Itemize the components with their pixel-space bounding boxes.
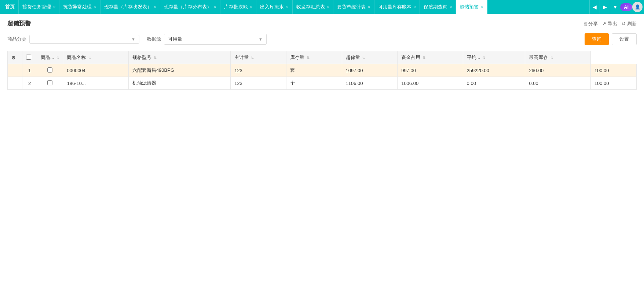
page-content: 超储预警 ⎘ 分享 ↗ 导出 ↺ 刷新 商品分类 ▼ 数据源 xyxy=(0,14,644,293)
table-row: 2186-10...机油滤清器123个1106.001006.000.000.0… xyxy=(8,77,637,90)
refresh-action[interactable]: ↺ 刷新 xyxy=(622,21,637,27)
th-stock-qty-label: 库存量 xyxy=(290,55,304,60)
sort-icon-stock[interactable]: ⇅ xyxy=(307,56,310,60)
nav-tab-batch-account[interactable]: 库存批次账× xyxy=(220,0,256,14)
close-tab-abnormal[interactable]: × xyxy=(94,5,96,9)
th-capital: 资金占用 ⇅ xyxy=(398,51,463,64)
sort-icon-code[interactable]: ⇅ xyxy=(56,56,59,60)
nav-left-arrow[interactable]: ◀ xyxy=(589,0,600,14)
nav-tab-inventory-status[interactable]: 现存量（库存状况表）× xyxy=(100,0,160,14)
th-gear: ⚙ xyxy=(8,51,22,64)
sort-icon-over[interactable]: ⇅ xyxy=(362,56,365,60)
row-unit: 个 xyxy=(286,77,342,90)
close-tab-overstock[interactable]: × xyxy=(481,5,483,9)
row-gear-cell xyxy=(8,64,22,77)
datasource-filter: 数据源 可用量 ▼ xyxy=(147,34,267,45)
filter-actions: 查询 设置 xyxy=(585,33,637,45)
th-spec: 规格型号 ⇅ xyxy=(128,51,230,64)
th-spec-label: 规格型号 xyxy=(132,55,151,60)
nav-tab-order-stats[interactable]: 要货单统计表× xyxy=(333,0,374,14)
query-button[interactable]: 查询 xyxy=(585,33,609,45)
th-max-stock: 最高库存 ⇅ xyxy=(525,51,590,64)
nav-tab-inventory-dist[interactable]: 现存量（库存分布表）× xyxy=(160,0,220,14)
category-filter: 商品分类 ▼ xyxy=(7,35,139,44)
ai-badge[interactable]: Ai xyxy=(620,3,632,11)
settings-button[interactable]: 设置 xyxy=(612,33,637,45)
th-avg-label: 平均... xyxy=(467,55,480,60)
nav-arrows: ◀ ▶ ▼ xyxy=(589,0,620,14)
select-all-checkbox[interactable] xyxy=(26,55,31,60)
nav-tab-home[interactable]: 首页 xyxy=(1,0,19,14)
close-tab-inventory-dist[interactable]: × xyxy=(214,5,216,9)
th-product-name: 商品名称 ⇅ xyxy=(63,51,128,64)
th-unit-label: 主计量 xyxy=(234,55,249,60)
table-body: 10000004六配套新昌490BPG123套1097.00997.002592… xyxy=(8,64,637,90)
export-action[interactable]: ↗ 导出 xyxy=(602,21,617,27)
row-index-cell: 1 xyxy=(22,64,37,77)
data-table: ⚙ 商品... ⇅ 商品名称 ⇅ 规格型号 ⇅ 主计量 xyxy=(7,51,637,90)
nav-right-arrow[interactable]: ▶ xyxy=(600,0,610,14)
row-max-stock: 100.00 xyxy=(590,64,636,77)
sort-icon-max[interactable]: ⇅ xyxy=(550,56,553,60)
sort-icon-unit[interactable]: ⇅ xyxy=(251,56,254,60)
datasource-select[interactable]: 可用量 ▼ xyxy=(164,34,267,45)
nav-menu-arrow[interactable]: ▼ xyxy=(610,0,620,14)
row-product-code: 186-10... xyxy=(63,77,128,90)
th-checkbox xyxy=(22,51,37,64)
close-tab-task-mgmt[interactable]: × xyxy=(53,5,55,9)
row-index-cell: 2 xyxy=(22,77,37,90)
category-select[interactable]: ▼ xyxy=(29,35,139,44)
share-action[interactable]: ⎘ 分享 xyxy=(584,21,598,27)
nav-tab-expiry[interactable]: 保质期查询× xyxy=(420,0,456,14)
nav-tabs-container: 首页拣货任务管理×拣货异常处理×现存量（库存状况表）×现存量（库存分布表）×库存… xyxy=(1,0,589,14)
table-header: ⚙ 商品... ⇅ 商品名称 ⇅ 规格型号 ⇅ 主计量 xyxy=(8,51,637,64)
table-row: 10000004六配套新昌490BPG123套1097.00997.002592… xyxy=(8,64,637,77)
nav-tab-inout-flow[interactable]: 出入库流水× xyxy=(256,0,292,14)
row-gear-cell xyxy=(8,77,22,90)
th-product-name-label: 商品名称 xyxy=(67,55,86,60)
th-product-code-label: 商品... xyxy=(41,55,54,60)
row-avg: 0.00 xyxy=(525,77,590,90)
row-checkbox-0[interactable] xyxy=(47,67,52,73)
close-tab-avail-account[interactable]: × xyxy=(414,5,416,9)
sort-icon-capital[interactable]: ⇅ xyxy=(422,56,425,60)
user-avatar[interactable]: 👤 xyxy=(632,2,643,12)
nav-tab-overstock[interactable]: 超储预警× xyxy=(456,0,487,14)
nav-tab-collect-summary[interactable]: 收发存汇总表× xyxy=(293,0,333,14)
row-checkbox-cell xyxy=(37,77,63,90)
nav-tab-task-mgmt[interactable]: 拣货任务管理× xyxy=(19,0,59,14)
header-row: ⚙ 商品... ⇅ 商品名称 ⇅ 规格型号 ⇅ 主计量 xyxy=(8,51,637,64)
category-label: 商品分类 xyxy=(7,36,26,42)
th-stock-qty: 库存量 ⇅ xyxy=(286,51,342,64)
th-over-qty: 超储量 ⇅ xyxy=(342,51,398,64)
close-tab-batch-account[interactable]: × xyxy=(250,5,252,9)
close-tab-collect-summary[interactable]: × xyxy=(327,5,329,9)
datasource-select-value: 可用量 xyxy=(168,36,182,42)
th-avg: 平均... ⇅ xyxy=(463,51,525,64)
row-checkbox-1[interactable] xyxy=(47,80,52,85)
close-tab-inventory-status[interactable]: × xyxy=(154,5,156,9)
close-tab-order-stats[interactable]: × xyxy=(368,5,370,9)
row-stock-qty: 1106.00 xyxy=(342,77,398,90)
close-tab-inout-flow[interactable]: × xyxy=(286,5,288,9)
export-icon: ↗ xyxy=(602,21,606,26)
row-capital: 0.00 xyxy=(463,77,525,90)
gear-icon[interactable]: ⚙ xyxy=(11,55,16,60)
row-stock-qty: 1097.00 xyxy=(342,64,398,77)
th-over-qty-label: 超储量 xyxy=(346,55,360,60)
sort-icon-spec[interactable]: ⇅ xyxy=(154,56,157,60)
close-tab-expiry[interactable]: × xyxy=(450,5,452,9)
nav-tab-avail-account[interactable]: 可用量库存账本× xyxy=(374,0,420,14)
avatar-icon: 👤 xyxy=(635,4,640,10)
th-max-stock-label: 最高库存 xyxy=(529,55,548,60)
page-title-row: 超储预警 ⎘ 分享 ↗ 导出 ↺ 刷新 xyxy=(7,20,637,27)
filter-row: 商品分类 ▼ 数据源 可用量 ▼ 查询 设置 xyxy=(7,33,637,45)
datasource-chevron-icon: ▼ xyxy=(259,37,263,41)
sort-icon-name[interactable]: ⇅ xyxy=(88,56,91,60)
nav-tab-abnormal[interactable]: 拣货异常处理× xyxy=(59,0,100,14)
share-label: 分享 xyxy=(588,21,598,27)
row-product-name: 六配套新昌490BPG xyxy=(128,64,230,77)
sort-icon-avg[interactable]: ⇅ xyxy=(482,56,485,60)
row-unit: 套 xyxy=(286,64,342,77)
th-unit: 主计量 ⇅ xyxy=(231,51,286,64)
